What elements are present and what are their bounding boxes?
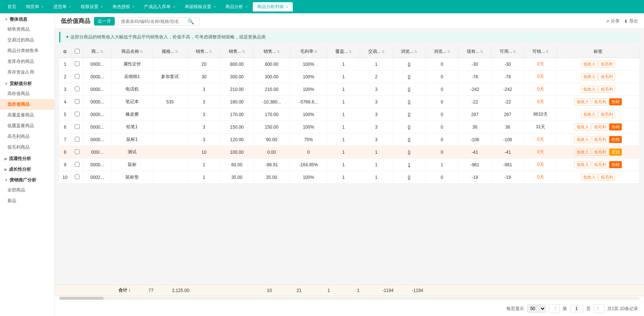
td-spec bbox=[152, 108, 188, 121]
row-checkbox[interactable] bbox=[75, 74, 80, 79]
nav-permissions-close[interactable]: × bbox=[101, 5, 103, 9]
nav-analysis-list-close[interactable]: × bbox=[286, 5, 288, 9]
td-name: 测试 bbox=[111, 146, 152, 159]
row-checkbox[interactable] bbox=[75, 112, 80, 116]
td-checkbox[interactable] bbox=[71, 58, 83, 71]
td-checkbox[interactable] bbox=[71, 171, 83, 184]
nav-products-close[interactable]: × bbox=[173, 5, 175, 9]
horizontal-scrollbar[interactable] bbox=[59, 297, 640, 300]
search-input[interactable] bbox=[121, 19, 188, 24]
tag: 低毛利 bbox=[592, 149, 608, 156]
sidebar-group-marketing[interactable]: ▼ 营销推广分析 bbox=[0, 174, 54, 185]
th-checkbox[interactable] bbox=[71, 45, 83, 58]
sidebar-item-low-coverage[interactable]: 低覆盖量商品 bbox=[0, 120, 54, 131]
table-header-row: ⚙ 商...⇅ 商品名称⇅ 规格...⇅ 销售...⇅ 销售...⇅ 销售...… bbox=[59, 45, 640, 58]
row-checkbox[interactable] bbox=[75, 149, 80, 154]
sidebar-item-stock-capital[interactable]: 库存资金占用 bbox=[0, 67, 54, 78]
browse-link[interactable]: 0 bbox=[408, 62, 410, 67]
sidebar-item-all-products[interactable]: 全部商品 bbox=[0, 185, 54, 196]
td-browse1[interactable]: 1 bbox=[393, 159, 426, 171]
td-avail: -76 bbox=[491, 71, 524, 83]
sidebar-item-category-sales-rate[interactable]: 商品分类销售率 bbox=[0, 45, 54, 56]
next-page-button[interactable]: 〉 bbox=[594, 304, 604, 313]
sidebar-item-traded-products[interactable]: 交易过的商品 bbox=[0, 35, 54, 45]
row-checkbox[interactable] bbox=[75, 86, 80, 91]
sidebar-group-overview[interactable]: ▼ 整体信息 bbox=[0, 13, 54, 24]
td-browse1[interactable]: 0 bbox=[393, 83, 426, 96]
td-code: 0000... bbox=[83, 159, 111, 171]
share-button[interactable]: ↗ 分享 bbox=[606, 18, 620, 24]
th-settings[interactable]: ⚙ bbox=[59, 45, 71, 58]
export-button[interactable]: ⬇ 导出 bbox=[624, 18, 638, 24]
td-checkbox[interactable] bbox=[71, 121, 83, 133]
td-browse1[interactable]: 0 bbox=[393, 96, 426, 108]
td-browse2: 0 bbox=[426, 171, 459, 184]
search-icon[interactable]: 🔍 bbox=[188, 18, 194, 24]
td-checkbox[interactable] bbox=[71, 133, 83, 146]
td-cover: 1 bbox=[327, 83, 360, 96]
td-name: 属性定价 bbox=[111, 58, 152, 71]
row-checkbox[interactable] bbox=[75, 162, 80, 167]
nav-purchase-close[interactable]: × bbox=[69, 5, 71, 9]
row-checkbox[interactable] bbox=[75, 61, 80, 66]
nav-home[interactable]: 首页 bbox=[3, 2, 21, 11]
filter-button[interactable]: 近一月 bbox=[94, 17, 115, 26]
prev-page-button[interactable]: 〈 bbox=[549, 304, 560, 313]
nav-analysis[interactable]: 商品分析 × bbox=[221, 2, 252, 11]
sidebar-group-contribution[interactable]: ▼ 贡献值分析 bbox=[0, 78, 54, 88]
sidebar-item-low-margin[interactable]: 低毛利商品 bbox=[0, 142, 54, 153]
sidebar-group-circulation[interactable]: ▶ 流通性分析 bbox=[0, 153, 54, 163]
td-checkbox[interactable] bbox=[71, 83, 83, 96]
nav-purchase[interactable]: 进货单 × bbox=[49, 2, 76, 11]
nav-analysis-list[interactable]: 商品分析列表 × bbox=[253, 2, 293, 11]
nav-templates-close[interactable]: × bbox=[214, 5, 216, 9]
td-checkbox[interactable] bbox=[71, 96, 83, 108]
browse-link[interactable]: 0 bbox=[408, 99, 410, 105]
row-checkbox[interactable] bbox=[75, 124, 80, 129]
browse-link[interactable]: 0 bbox=[408, 137, 410, 142]
td-browse1[interactable]: 0 bbox=[393, 121, 426, 133]
browse-link[interactable]: 0 bbox=[408, 87, 410, 92]
td-browse1[interactable]: 0 bbox=[393, 58, 426, 71]
nav-roles-close[interactable]: × bbox=[133, 5, 135, 9]
scrollbar-thumb[interactable] bbox=[59, 297, 104, 300]
per-page-select[interactable]: 50 100 200 bbox=[527, 305, 546, 313]
nav-sales-close[interactable]: × bbox=[41, 5, 44, 9]
nav-permissions[interactable]: 权限设置 × bbox=[76, 2, 107, 11]
browse-link[interactable]: 0 bbox=[408, 175, 410, 180]
sidebar-item-low-value[interactable]: 低价值商品 bbox=[0, 99, 54, 110]
browse-link[interactable]: 0 bbox=[408, 112, 410, 117]
td-browse1[interactable]: 0 bbox=[393, 146, 426, 159]
nav-templates[interactable]: 单据模板设置 × bbox=[180, 2, 220, 11]
td-checkbox[interactable] bbox=[71, 146, 83, 159]
browse-link[interactable]: 0 bbox=[408, 150, 410, 155]
row-checkbox[interactable] bbox=[75, 174, 80, 179]
sidebar-group-growth[interactable]: ▶ 成长性分析 bbox=[0, 163, 54, 174]
browse-link[interactable]: 0 bbox=[408, 125, 410, 130]
sidebar-item-high-margin[interactable]: 高毛利商品 bbox=[0, 131, 54, 142]
sidebar-item-high-coverage[interactable]: 高覆盖量商品 bbox=[0, 110, 54, 120]
sidebar-item-new-products[interactable]: 新品 bbox=[0, 196, 54, 206]
td-checkbox[interactable] bbox=[71, 159, 83, 171]
td-browse1[interactable]: 0 bbox=[393, 108, 426, 121]
row-checkbox[interactable] bbox=[75, 99, 80, 104]
td-checkbox[interactable] bbox=[71, 108, 83, 121]
select-all-checkbox[interactable] bbox=[75, 49, 80, 54]
td-browse1[interactable]: 0 bbox=[393, 71, 426, 83]
td-browse1[interactable]: 0 bbox=[393, 133, 426, 146]
sidebar-item-old-stock[interactable]: 老库存的商品 bbox=[0, 56, 54, 67]
browse-link[interactable]: 0 bbox=[408, 74, 410, 79]
table-footer: 合计： 77 2,125.00 10 21 1 1 -1194 -1194 bbox=[55, 285, 644, 316]
nav-analysis-close[interactable]: × bbox=[245, 5, 248, 9]
nav-products[interactable]: 产成品入库单 × bbox=[140, 2, 180, 11]
td-checkbox[interactable] bbox=[71, 71, 83, 83]
nav-sales[interactable]: 销货单 × bbox=[21, 2, 48, 11]
sidebar-item-sales-products[interactable]: 销售类商品 bbox=[0, 24, 54, 35]
browse-link[interactable]: 1 bbox=[408, 162, 410, 167]
page-number-input[interactable] bbox=[570, 305, 583, 312]
td-tags: 低收入低毛利 bbox=[557, 71, 640, 83]
td-browse1[interactable]: 0 bbox=[393, 171, 426, 184]
nav-roles[interactable]: 角色授权 × bbox=[108, 2, 139, 11]
row-checkbox[interactable] bbox=[75, 137, 80, 142]
sidebar-item-high-value[interactable]: 高价值商品 bbox=[0, 88, 54, 99]
